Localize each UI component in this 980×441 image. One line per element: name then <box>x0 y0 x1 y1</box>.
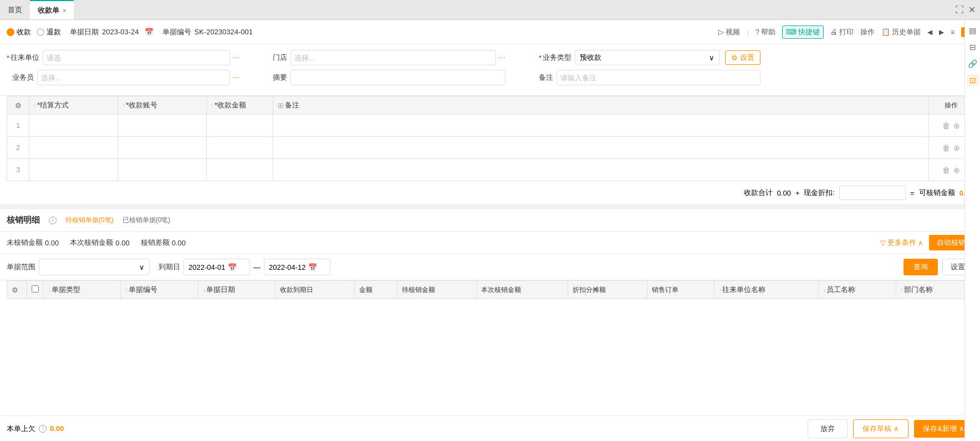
row-2-action-icons: 🗑 ⊕ <box>933 143 968 152</box>
summary-label: 摘要 <box>273 73 287 83</box>
col-gear: ⚙ <box>7 96 29 115</box>
refund-radio-label: 退款 <box>47 27 61 37</box>
tab-bar-right: ⛶ ✕ <box>955 4 980 15</box>
summary-row: 收款合计 0.00 + 现金折扣: = 可核销金额 0.00 <box>0 181 980 205</box>
col-doc-type: ↕单据类型 <box>44 281 121 299</box>
row-1-settle[interactable] <box>29 115 118 137</box>
range-filter: 单据范围 ∨ <box>7 259 150 275</box>
store-input[interactable] <box>290 50 496 65</box>
row-1-amount[interactable] <box>207 115 273 137</box>
tab-home[interactable]: 首页 <box>0 0 30 19</box>
info-icon-footer[interactable]: i <box>39 425 47 433</box>
select-all-checkbox[interactable] <box>32 285 39 293</box>
tab-bar: 首页 收款单 × ⛶ ✕ <box>0 0 980 20</box>
row-3-copy-icon[interactable]: ⊕ <box>953 166 960 175</box>
counterpart-more-icon[interactable]: ··· <box>232 53 239 63</box>
bottom-gear-icon[interactable]: ⚙ <box>12 286 18 294</box>
doc-no-value: SK-20230324-001 <box>195 28 253 36</box>
row-3-settle[interactable] <box>29 159 118 181</box>
sidebar-link-icon[interactable]: 🔗 <box>967 58 979 70</box>
row-3-amount[interactable] <box>207 159 273 181</box>
help-label: 帮助 <box>761 27 775 37</box>
diff-label: 核销差额 <box>141 238 170 248</box>
sidebar-expand-icon[interactable]: ⊡ <box>967 74 979 86</box>
current-stat: 本次核销金额 0.00 <box>70 238 129 248</box>
staff-input[interactable] <box>37 70 230 85</box>
row-2-delete-icon[interactable]: 🗑 <box>942 143 950 152</box>
due-end-input[interactable]: 2022-04-12 📅 <box>264 259 330 275</box>
store-more-icon[interactable]: ··· <box>498 53 506 63</box>
history-btn[interactable]: 📋 历史单据 <box>881 27 921 37</box>
calendar-icon[interactable]: 📅 <box>145 28 154 36</box>
filter-buttons: 查询 设置 <box>904 259 973 275</box>
diff-stat: 核销差额 0.00 <box>141 238 186 248</box>
row-2-account[interactable] <box>118 137 207 159</box>
row-1-remark[interactable] <box>273 115 929 137</box>
pending-tab[interactable]: 待核销单据(0笔) <box>65 216 114 225</box>
unchecked-value: 0.00 <box>45 239 59 247</box>
help-btn[interactable]: ? 帮助 <box>756 27 775 37</box>
video-btn[interactable]: ▷ 视频 <box>718 27 740 37</box>
shortcut-label: 快捷键 <box>798 27 820 37</box>
tab-receipt[interactable]: 收款单 × <box>30 0 74 19</box>
draft-label: 保存草稿 <box>862 424 891 434</box>
shortcut-btn[interactable]: ⌨ 快捷键 <box>782 25 824 39</box>
receipt-table: ⚙ ↕ *结算方式 ↕ *收款账号 <box>7 96 973 181</box>
video-icon: ▷ <box>718 28 724 36</box>
query-button[interactable]: 查询 <box>904 259 938 275</box>
layout-btn[interactable]: ≡ <box>951 28 955 36</box>
refund-radio[interactable]: 退款 <box>37 27 61 37</box>
col-amount-b: 金额 <box>355 281 397 299</box>
due-start-input[interactable]: 2022-04-01 📅 <box>183 259 250 275</box>
sidebar-table-icon[interactable]: ▤ <box>967 24 979 37</box>
discount-input[interactable] <box>839 186 906 200</box>
writeoff-info-icon[interactable]: i <box>49 217 57 224</box>
shortcut-icon: ⌨ <box>786 28 797 36</box>
row-2-amount[interactable] <box>207 137 273 159</box>
more-filter-btn[interactable]: ▽ 更多条件 ∧ <box>880 238 923 248</box>
row-3-remark[interactable] <box>273 159 929 181</box>
history-label: 历史单据 <box>892 27 921 37</box>
operation-btn[interactable]: 操作 <box>860 27 875 37</box>
remark-input[interactable] <box>557 70 760 85</box>
summary-input[interactable] <box>290 70 506 85</box>
row-1-delete-icon[interactable]: 🗑 <box>942 121 950 130</box>
row-3-delete-icon[interactable]: 🗑 <box>942 166 950 175</box>
prev-btn[interactable]: ◀ <box>927 28 932 36</box>
counterpart-input[interactable] <box>43 50 230 65</box>
tab-close-icon[interactable]: × <box>63 7 66 14</box>
col-pending-amount: 待核销金额 <box>397 281 476 299</box>
row-1-account[interactable] <box>118 115 207 137</box>
form-area: * 往来单位 ··· 门店 ··· * 业务类型 预收款 ∨ <box>0 44 980 96</box>
window-close-icon[interactable]: ✕ <box>968 4 976 15</box>
settle-sort-arrows: ↕ <box>34 103 36 107</box>
account-sort-arrows: ↕ <box>122 103 125 107</box>
print-btn[interactable]: 🖨 打印 <box>830 27 854 37</box>
done-tab[interactable]: 已核销单据(0笔) <box>122 216 171 225</box>
table-gear-icon[interactable]: ⚙ <box>15 101 22 110</box>
receipt-radio[interactable]: 收款 <box>7 27 31 37</box>
col-counterpart-b: ↕往来单位名称 <box>714 281 819 299</box>
draft-button[interactable]: 保存草稿 ∧ <box>853 419 908 438</box>
col-settle-method: ↕ *结算方式 <box>29 96 118 115</box>
writeoff-table: ⚙ ↕单据类型 ↕单据编号 ↕单据日期 收款到期日 金额 <box>7 280 973 299</box>
row-3-account[interactable] <box>118 159 207 181</box>
row-2-remark[interactable] <box>273 137 929 159</box>
refund-radio-circle <box>37 28 44 36</box>
settings-button[interactable]: ⚙ 设置 <box>725 50 760 65</box>
expand-icon[interactable]: ⛶ <box>955 5 964 15</box>
row-1-copy-icon[interactable]: ⊕ <box>953 121 960 130</box>
range-select[interactable]: ∨ <box>39 259 150 275</box>
col-staff: ↕员工名称 <box>819 281 896 299</box>
next-btn[interactable]: ▶ <box>939 28 944 36</box>
row-2-settle[interactable] <box>29 137 118 159</box>
counterpart-label: 往来单位 <box>11 53 39 63</box>
doc-no-label: 单据编号 <box>162 27 191 37</box>
staff-more-icon[interactable]: ··· <box>232 73 239 83</box>
biz-type-select[interactable]: 预收款 ∨ <box>575 50 719 65</box>
save-new-chevron: ∧ <box>959 424 964 433</box>
row-2-copy-icon[interactable]: ⊕ <box>953 143 960 152</box>
sidebar-doc-icon[interactable]: ⊟ <box>967 41 979 53</box>
abandon-button[interactable]: 放弃 <box>808 419 848 438</box>
plus-label: + <box>795 189 800 197</box>
